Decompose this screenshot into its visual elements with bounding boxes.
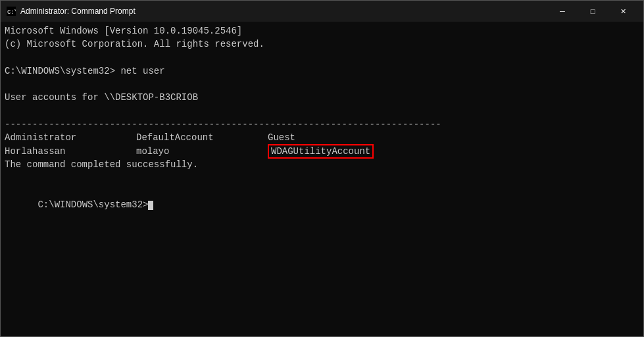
accounts-row-2: HorlahassanmolayoWDAGUtilityAccount: [5, 145, 639, 158]
titlebar: C:\ Administrator: Command Prompt ─ □ ✕: [1, 1, 643, 22]
account-molayo: molayo: [136, 145, 268, 158]
output-line-7: [5, 105, 639, 118]
output-line-5: [5, 78, 639, 91]
separator-line: ----------------------------------------…: [5, 118, 639, 131]
account-administrator: Administrator: [5, 131, 136, 144]
minimize-button[interactable]: ─: [547, 1, 578, 22]
console-output: Microsoft Windows [Version 10.0.19045.25…: [1, 22, 643, 336]
cursor: [148, 201, 153, 210]
prompt-line: C:\WINDOWS\system32>: [5, 185, 639, 225]
close-button[interactable]: ✕: [608, 1, 638, 22]
output-line-1: Microsoft Windows [Version 10.0.19045.25…: [5, 24, 639, 38]
maximize-button[interactable]: □: [578, 1, 608, 22]
output-line-2: (c) Microsoft Corporation. All rights re…: [5, 38, 639, 51]
account-wdagutility-highlighted: WDAGUtilityAccount: [268, 144, 374, 159]
output-line-3: [5, 51, 639, 65]
window-title: Administrator: Command Prompt: [20, 7, 547, 16]
accounts-row-1: AdministratorDefaultAccountGuest: [5, 131, 639, 144]
account-guest: Guest: [268, 132, 295, 143]
success-line: The command completed successfully.: [5, 158, 639, 171]
account-horlahassan: Horlahassan: [5, 145, 136, 158]
output-line-6: User accounts for \\DESKTOP-B3CRIOB: [5, 91, 639, 104]
window-controls: ─ □ ✕: [547, 1, 638, 22]
svg-text:C:\: C:\: [7, 9, 16, 16]
cmd-window: C:\ Administrator: Command Prompt ─ □ ✕ …: [0, 0, 644, 337]
blank-line: [5, 171, 639, 184]
output-line-4: C:\WINDOWS\system32> net user: [5, 65, 639, 78]
cmd-icon: C:\: [6, 6, 16, 16]
account-defaultaccount: DefaultAccount: [136, 131, 268, 144]
prompt-text: C:\WINDOWS\system32>: [37, 199, 148, 210]
